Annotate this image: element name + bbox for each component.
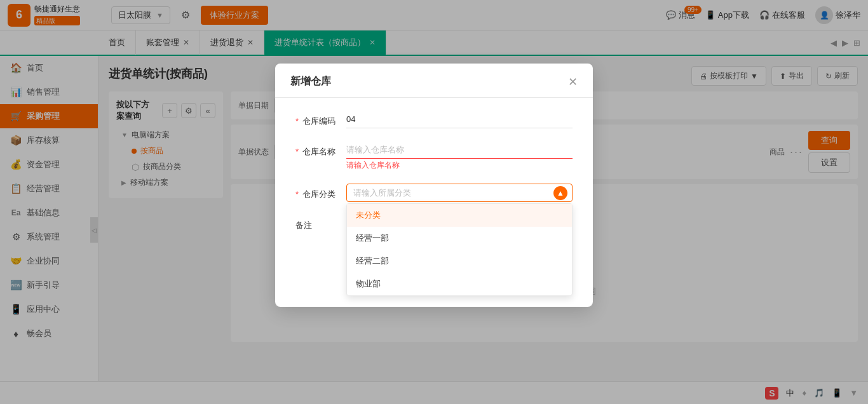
form-row-code: * 仓库编码 [295,111,573,128]
category-toggle-btn[interactable]: ▲ [553,186,567,200]
warehouse-name-input[interactable] [346,141,573,159]
category-dropdown: 未分类 经营一部 经营二部 物业部 [346,203,573,296]
warehouse-code-input[interactable] [346,111,573,128]
category-field-wrap: ▲ 未分类 经营一部 经营二部 物业部 [346,184,573,202]
dialog-body: * 仓库编码 * 仓库名称 请输入仓库名称 [275,98,593,265]
warehouse-category-input[interactable] [346,184,573,202]
category-option-property[interactable]: 物业部 [347,273,572,295]
dialog-close-btn[interactable]: ✕ [568,76,578,88]
name-label: * 仓库名称 [295,141,346,158]
name-field-wrap: 请输入仓库名称 [346,141,573,171]
code-field-wrap [346,111,573,128]
category-option-dept2[interactable]: 经营二部 [347,250,572,273]
category-option-dept1[interactable]: 经营一部 [347,227,572,250]
new-warehouse-dialog: 新增仓库 ✕ * 仓库编码 * 仓库名称 [275,64,593,307]
form-row-name: * 仓库名称 请输入仓库名称 [295,141,573,171]
category-label: * 仓库分类 [295,184,346,200]
code-label: * 仓库编码 [295,111,346,127]
form-row-category: * 仓库分类 ▲ 未分类 经营一部 经营二部 物业部 [295,184,573,202]
dialog-header: 新增仓库 ✕ [275,64,593,98]
dialog-title: 新增仓库 [290,75,331,88]
notes-label: 备注 [295,215,346,231]
category-option-unclassified[interactable]: 未分类 [347,204,572,227]
modal-overlay: 新增仓库 ✕ * 仓库编码 * 仓库名称 [0,0,868,404]
name-error-msg: 请输入仓库名称 [346,160,573,171]
